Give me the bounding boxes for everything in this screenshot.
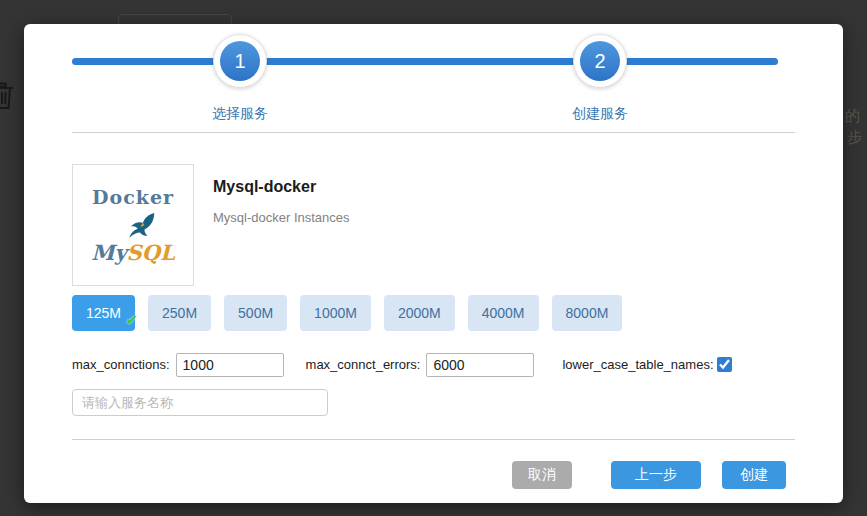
step-1-label: 选择服务 bbox=[212, 105, 268, 123]
service-title: Mysql-docker bbox=[213, 178, 350, 196]
memory-option-8000m[interactable]: 8000M bbox=[552, 295, 623, 331]
footer-actions: 取消 上一步 创建 bbox=[24, 461, 786, 489]
progress-bar bbox=[72, 58, 778, 65]
create-button[interactable]: 创建 bbox=[722, 461, 786, 489]
trash-icon bbox=[0, 82, 15, 114]
step-1-number: 1 bbox=[220, 41, 260, 81]
lower-case-table-names-label: lower_case_table_names: bbox=[562, 357, 713, 372]
step-2: 2 创建服务 bbox=[572, 34, 628, 123]
max-connect-errors-label: max_connct_errors: bbox=[306, 357, 421, 372]
service-info: Docker MySQL Mysql-docker Mysql-docker I… bbox=[72, 164, 795, 286]
max-connect-errors-input[interactable] bbox=[426, 353, 534, 377]
cancel-button[interactable]: 取消 bbox=[512, 461, 572, 489]
mysql-dolphin-icon bbox=[120, 210, 160, 244]
service-subtitle: Mysql-docker Instances bbox=[213, 210, 350, 225]
step-2-circle: 2 bbox=[573, 34, 627, 88]
step-1: 1 选择服务 bbox=[212, 34, 268, 123]
memory-option-500m[interactable]: 500M bbox=[224, 295, 287, 331]
service-name-row bbox=[72, 389, 795, 416]
create-service-modal: 1 选择服务 2 创建服务 Docker bbox=[24, 24, 843, 503]
header-divider bbox=[72, 132, 795, 133]
step-2-number: 2 bbox=[580, 41, 620, 81]
memory-options: 125M ✔ 250M 500M 1000M 2000M 4000M 8000M bbox=[72, 295, 795, 331]
service-text: Mysql-docker Mysql-docker Instances bbox=[213, 164, 350, 286]
max-connections-label: max_connctions: bbox=[72, 357, 170, 372]
service-name-input[interactable] bbox=[72, 389, 328, 416]
parameters-row: max_connctions: max_connct_errors: lower… bbox=[72, 352, 795, 377]
memory-option-4000m[interactable]: 4000M bbox=[468, 295, 539, 331]
background-partial-text-bottom: 步 bbox=[847, 129, 862, 144]
step-1-circle: 1 bbox=[213, 34, 267, 88]
step-wizard: 1 选择服务 2 创建服务 bbox=[24, 24, 843, 132]
mysql-logo-text: MySQL bbox=[91, 240, 175, 265]
memory-option-2000m[interactable]: 2000M bbox=[384, 295, 455, 331]
memory-option-250m[interactable]: 250M bbox=[148, 295, 211, 331]
previous-step-button[interactable]: 上一步 bbox=[611, 461, 701, 489]
screen: 的 步 1 选择服务 2 创建服务 Docker bbox=[0, 0, 867, 516]
selected-check-icon: ✔ bbox=[125, 302, 138, 338]
memory-option-125m[interactable]: 125M ✔ bbox=[72, 295, 135, 331]
footer-divider bbox=[72, 439, 795, 440]
background-partial-text-top: 的 bbox=[845, 108, 860, 123]
step-2-label: 创建服务 bbox=[572, 105, 628, 123]
docker-logo-text: Docker bbox=[92, 186, 174, 208]
memory-option-1000m[interactable]: 1000M bbox=[300, 295, 371, 331]
max-connections-input[interactable] bbox=[176, 353, 284, 377]
mysql-docker-logo: Docker MySQL bbox=[72, 164, 194, 286]
lower-case-table-names-checkbox[interactable] bbox=[717, 357, 732, 372]
